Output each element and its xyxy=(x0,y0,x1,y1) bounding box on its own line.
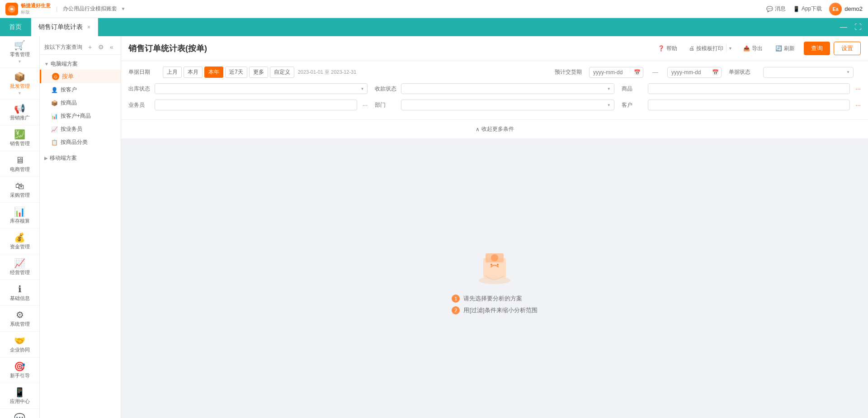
message-button[interactable]: 💬 消息 xyxy=(766,5,786,13)
date-label: 单据日期 xyxy=(128,68,156,76)
collapse-row: ∧ 收起更多条件 xyxy=(121,119,868,138)
collapse-panel-button[interactable]: « xyxy=(107,43,116,52)
sidebar-item-inventory[interactable]: 📊 库存核算 xyxy=(0,203,39,228)
tab-close-button[interactable]: × xyxy=(87,24,90,30)
refresh-button[interactable]: 🔄 刷新 xyxy=(772,43,798,54)
tab-maximize-button[interactable]: ⛶ xyxy=(852,21,864,33)
user-menu[interactable]: Ea demo2 xyxy=(829,3,863,15)
query-button[interactable]: 查询 xyxy=(804,42,830,55)
retail-arrow-icon: ▼ xyxy=(18,59,22,64)
date-btn-last-7days[interactable]: 近7天 xyxy=(225,66,247,78)
app-download-button[interactable]: 📱 App下载 xyxy=(793,5,822,13)
export-button[interactable]: 📤 导出 xyxy=(740,43,766,54)
sidebar-item-wholesale[interactable]: 📦 批发管理 ▼ xyxy=(0,68,39,100)
filter-section: 单据日期 上月 本月 本年 近7天 更多 自定义 2023-01-01 至 20… xyxy=(121,61,868,119)
tab-home[interactable]: 首页 xyxy=(0,18,31,36)
goods-input[interactable] xyxy=(648,83,850,94)
svg-point-4 xyxy=(491,254,498,261)
sidebar-item-finance[interactable]: 💰 资金管理 xyxy=(0,228,39,254)
salesman-more-button[interactable]: ··· xyxy=(363,101,368,109)
date-btn-custom[interactable]: 自定义 xyxy=(270,66,294,78)
print-button[interactable]: 🖨 按模板打印 xyxy=(686,43,726,54)
print-dropdown-button[interactable]: ▼ xyxy=(726,44,734,52)
help-button[interactable]: ❓ 帮助 xyxy=(654,43,681,54)
settings-scheme-button[interactable]: ⚙ xyxy=(96,43,105,52)
collapse-filters-button[interactable]: ∧ 收起更多条件 xyxy=(470,124,519,135)
sidebar-item-operations[interactable]: 📈 经营管理 xyxy=(0,254,39,280)
delivery-label: 出库状态 xyxy=(128,85,151,93)
sidebar-item-app-center[interactable]: 📱 应用中心 xyxy=(0,383,39,409)
svg-point-6 xyxy=(497,264,499,266)
purchase-icon: 🛍 xyxy=(15,181,24,190)
query-actions: 查询 设置 xyxy=(804,42,861,55)
sidebar-item-purchase[interactable]: 🛍 采购管理 xyxy=(0,177,39,203)
product-scheme-icon: 📦 xyxy=(51,100,58,107)
date-btn-this-month[interactable]: 本月 xyxy=(184,66,203,78)
receipt-field: 收款状态 xyxy=(375,83,614,94)
empty-tip-2: 2 用[过滤]条件来缩小分析范围 xyxy=(452,306,537,314)
date-btn-last-month[interactable]: 上月 xyxy=(163,66,182,78)
print-icon: 🖨 xyxy=(689,45,694,52)
sidebar-item-sales[interactable]: 💹 销售管理 xyxy=(0,125,39,151)
ecommerce-icon: 🖥 xyxy=(15,156,24,165)
system-icon: ⚙ xyxy=(16,310,24,319)
sidebar-item-enterprise[interactable]: 🤝 企业协同 xyxy=(0,332,39,357)
left-panel-actions: + ⚙ « xyxy=(85,43,116,52)
tree-item-by-salesman[interactable]: 📈 按业务员 xyxy=(40,123,121,136)
tree-item-by-customer-product[interactable]: 📊 按客户+商品 xyxy=(40,109,121,123)
delivery-select[interactable] xyxy=(155,83,368,94)
sidebar-item-ecommerce[interactable]: 🖥 电商管理 xyxy=(0,151,39,177)
sidebar-item-retail[interactable]: 🛒 零售管理 ▼ xyxy=(0,36,39,68)
add-scheme-button[interactable]: + xyxy=(85,43,94,52)
salesman-scheme-icon: 📈 xyxy=(51,126,58,133)
wechat-icon: 💬 xyxy=(14,413,25,418)
logo-icon xyxy=(5,3,18,15)
sales-icon: 💹 xyxy=(14,130,25,139)
tree-item-by-product-category[interactable]: 📋 按商品分类 xyxy=(40,136,121,149)
tab-minimize-button[interactable]: — xyxy=(837,21,850,33)
sidebar-item-guide[interactable]: 🎯 新手引导 xyxy=(0,357,39,383)
inventory-icon: 📊 xyxy=(14,207,25,216)
tree-group-desktop: ▼ 电脑端方案 ⊙ 按单 👤 按客户 📦 按商品 📊 按客户+商品 📈 xyxy=(40,57,121,151)
refresh-icon: 🔄 xyxy=(775,45,782,52)
date-btn-this-year[interactable]: 本年 xyxy=(204,66,223,78)
receipt-select[interactable] xyxy=(401,83,614,94)
tree-expand-icon: ▼ xyxy=(44,62,49,66)
app-center-icon: 📱 xyxy=(14,388,25,397)
page-title: 销售订单统计表(按单) xyxy=(128,43,207,54)
dept-select[interactable] xyxy=(401,100,614,110)
dept-field: 部门 xyxy=(375,100,614,110)
status-select[interactable] xyxy=(763,67,854,78)
salesman-input[interactable] xyxy=(155,100,357,110)
expected-date-end-input[interactable] xyxy=(667,67,722,78)
print-button-wrap: 🖨 按模板打印 ▼ xyxy=(686,43,734,54)
expected-date-start-input[interactable] xyxy=(589,67,643,78)
sidebar-item-wechat[interactable]: 💬 企业微信 xyxy=(0,409,39,418)
tree-item-by-order[interactable]: ⊙ 按单 xyxy=(40,70,121,83)
breadcrumb-dropdown-icon[interactable]: ▼ xyxy=(121,6,125,11)
tree-item-by-product[interactable]: 📦 按商品 xyxy=(40,96,121,109)
tree-group-desktop-title[interactable]: ▼ 电脑端方案 xyxy=(40,58,121,70)
active-dot-icon: ⊙ xyxy=(52,73,59,80)
customer-scheme-icon: 👤 xyxy=(51,86,58,94)
status-select-wrap xyxy=(763,67,854,78)
goods-label: 商品 xyxy=(622,85,644,93)
tab-bar-right: — ⛶ xyxy=(837,21,868,33)
sidebar-item-marketing[interactable]: 📢 营销推广 xyxy=(0,100,39,125)
logo-area: 畅捷通好生意 标版 xyxy=(5,2,51,15)
date-btn-more[interactable]: 更多 xyxy=(249,66,268,78)
tree-group-mobile-title[interactable]: ▶ 移动端方案 xyxy=(40,152,121,164)
tab-sales-order[interactable]: 销售订单统计表 × xyxy=(31,18,98,36)
customer-input[interactable] xyxy=(648,100,850,110)
customer-more-button[interactable]: ··· xyxy=(855,101,861,109)
goods-more-button[interactable]: ··· xyxy=(855,85,861,92)
page-header: 销售订单统计表(按单) ❓ 帮助 🖨 按模板打印 ▼ 📤 xyxy=(121,36,868,61)
sidebar-item-system[interactable]: ⚙ 系统管理 xyxy=(0,306,39,332)
settings-button[interactable]: 设置 xyxy=(834,42,861,55)
filter-row-2: 出库状态 收款状态 商品 xyxy=(128,83,861,94)
empty-tip-1: 1 请先选择要分析的方案 xyxy=(452,294,537,303)
tree-item-by-customer[interactable]: 👤 按客户 xyxy=(40,83,121,96)
sidebar-item-basic-info[interactable]: ℹ 基础信息 xyxy=(0,280,39,306)
marketing-icon: 📢 xyxy=(14,104,25,113)
app-download-icon: 📱 xyxy=(793,6,800,12)
